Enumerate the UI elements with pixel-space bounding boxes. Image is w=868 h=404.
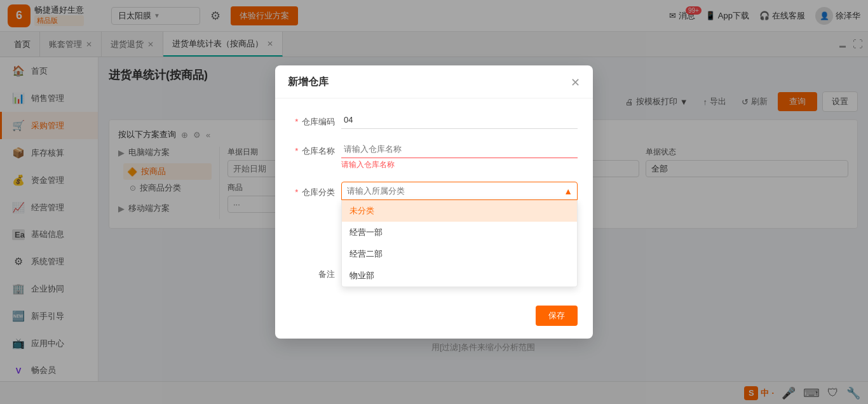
category-field-wrap: ▲ 未分类 经营一部 经营二部 物业部 xyxy=(341,182,578,200)
required-star-code: * xyxy=(295,117,298,126)
new-warehouse-dialog: 新增仓库 ✕ * 仓库编码 * 仓库名称 请输入仓库名称 xyxy=(275,65,593,339)
form-row-category: * 仓库分类 ▲ 未分类 经营一部 经营二部 物业部 xyxy=(290,182,578,200)
category-dropdown: 未分类 经营一部 经营二部 物业部 xyxy=(341,200,578,287)
dropdown-item-none[interactable]: 未分类 xyxy=(342,200,577,222)
required-star-category: * xyxy=(295,187,298,197)
name-field-label: * 仓库名称 xyxy=(290,140,341,157)
form-row-code: * 仓库编码 xyxy=(290,111,578,129)
dropdown-item-ops2[interactable]: 经营二部 xyxy=(342,243,577,265)
dropdown-item-ops1[interactable]: 经营一部 xyxy=(342,222,577,243)
code-input[interactable] xyxy=(341,111,578,129)
name-field-wrap: 请输入仓库名称 xyxy=(341,140,578,170)
dropdown-item-property[interactable]: 物业部 xyxy=(342,265,577,286)
code-field-wrap xyxy=(341,111,578,129)
save-button[interactable]: 保存 xyxy=(536,306,578,326)
category-select-wrap: ▲ 未分类 经营一部 经营二部 物业部 xyxy=(341,182,578,200)
dialog-body: * 仓库编码 * 仓库名称 请输入仓库名称 * 仓库分类 xyxy=(275,98,593,299)
form-row-name: * 仓库名称 请输入仓库名称 xyxy=(290,140,578,170)
note-field-label: 备注 xyxy=(290,264,341,280)
dialog-title: 新增仓库 xyxy=(288,76,329,89)
dialog-footer: 保存 xyxy=(275,299,593,339)
dialog-header: 新增仓库 ✕ xyxy=(275,65,593,98)
name-input[interactable] xyxy=(341,140,578,158)
category-field-label: * 仓库分类 xyxy=(290,182,341,198)
chevron-up-icon: ▲ xyxy=(564,186,573,196)
name-error-msg: 请输入仓库名称 xyxy=(341,159,578,170)
required-star-name: * xyxy=(295,146,298,156)
code-field-label: * 仓库编码 xyxy=(290,111,341,128)
dialog-close-button[interactable]: ✕ xyxy=(571,77,580,88)
category-input[interactable] xyxy=(341,182,578,200)
